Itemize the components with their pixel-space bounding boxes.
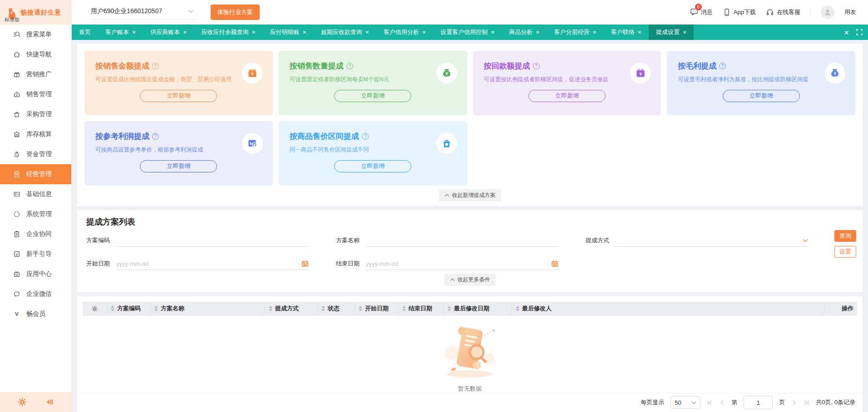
tab-overdue-ar[interactable]: 超期应收款查询 (314, 25, 376, 40)
end-date-input[interactable] (366, 260, 548, 267)
close-tab-icon[interactable] (252, 29, 255, 36)
page-number-input[interactable] (744, 396, 773, 409)
column-start-date[interactable]: 开始日期 (355, 304, 399, 313)
tab-customer-contact[interactable]: 客户联络 (604, 25, 649, 40)
sidebar-item-base-info[interactable]: A 基础信息 (0, 184, 71, 204)
sidebar-item-search-menu[interactable]: 搜索菜单 (0, 25, 71, 44)
close-tab-icon[interactable] (183, 29, 187, 36)
sort-icons[interactable] (321, 306, 325, 311)
tab-credit-analysis[interactable]: 客户信用分析 (376, 25, 433, 40)
add-now-button[interactable]: 立即新增 (140, 160, 217, 172)
avatar[interactable] (821, 5, 834, 19)
sidebar-item-beginner-guide[interactable]: 新 新手引导 (0, 244, 71, 264)
sidebar-item-purchase-mgmt[interactable]: 采购管理 (0, 104, 71, 124)
close-tab-icon[interactable] (365, 29, 369, 36)
new-badge-icon: 新 (13, 250, 21, 258)
close-tab-icon[interactable] (303, 29, 306, 36)
sort-icons[interactable] (269, 306, 272, 311)
close-tab-icon[interactable] (593, 29, 597, 36)
query-button[interactable]: 查询 (834, 230, 856, 242)
tab-credit-control[interactable]: 设置客户信用控制 (433, 25, 502, 40)
sort-icons[interactable] (154, 306, 158, 311)
close-tab-icon[interactable] (132, 29, 136, 36)
tab-customer-ledger[interactable]: 客户账本 (98, 25, 143, 40)
sort-icons[interactable] (111, 306, 114, 311)
help-icon[interactable] (362, 133, 369, 140)
close-tab-icon[interactable] (683, 29, 686, 36)
collapse-filters-button[interactable]: 收起更多条件 (444, 274, 496, 286)
calendar-icon[interactable] (551, 260, 558, 267)
help-icon[interactable] (152, 63, 159, 69)
column-commission-type[interactable]: 提成方式 (265, 304, 318, 313)
help-icon[interactable] (152, 133, 159, 140)
sidebar-item-wecom[interactable]: 企业微信 (0, 284, 71, 304)
next-page-icon[interactable] (791, 400, 797, 406)
page-size-select[interactable]: 50 (671, 396, 700, 409)
trial-plan-button[interactable]: 体验行业方案 (211, 5, 260, 20)
prev-page-icon[interactable] (719, 400, 725, 406)
sidebar-item-inventory[interactable]: 库存核算 (0, 124, 71, 144)
close-tab-icon[interactable] (491, 29, 494, 36)
close-tab-icon[interactable] (638, 29, 641, 36)
chevron-down-icon[interactable] (803, 239, 808, 242)
collapse-sidebar-icon[interactable] (44, 397, 54, 407)
plan-code-input[interactable] (116, 237, 309, 244)
sidebar-item-operations[interactable]: 经营管理 (0, 164, 71, 184)
first-page-icon[interactable] (707, 400, 713, 406)
fullscreen-icon[interactable] (856, 29, 863, 35)
tab-supplier-ledger[interactable]: 供应商账本 (143, 25, 194, 40)
tab-home[interactable]: 首页 (72, 25, 98, 40)
add-now-button[interactable]: 立即新增 (334, 90, 411, 102)
add-now-button[interactable]: 立即新增 (723, 90, 800, 102)
collapse-cards-button[interactable]: 收起新增提成方案 (439, 189, 501, 201)
column-plan-name[interactable]: 方案名称 (151, 304, 265, 313)
tab-product-analysis[interactable]: 商品分析 (502, 25, 547, 40)
sidebar-item-app-center[interactable]: 应用中心 (0, 264, 71, 284)
sidebar-item-label: 系统管理 (26, 210, 52, 218)
column-last-modified-by[interactable]: 最后修改人 (512, 304, 824, 313)
sidebar-item-quick-nav[interactable]: 快捷导航 (0, 44, 71, 64)
app-download-button[interactable]: App下载 (723, 8, 756, 16)
sidebar-item-member[interactable]: V 畅会员 (0, 304, 71, 324)
add-now-button[interactable]: 立即新增 (334, 160, 411, 172)
account-selector[interactable]: 用户690企业1660120507 (90, 5, 197, 20)
help-icon[interactable] (533, 63, 540, 69)
online-support-button[interactable]: 在线客服 (766, 8, 800, 16)
brand-logo: 畅捷通好生意 标准版 (0, 0, 72, 25)
tab-customer-tiering[interactable]: 客户分层经营 (547, 25, 604, 40)
plan-table-panel: 方案编码 方案名称 提成方式 状态 开始日期 结束日期 最后修改日期 最后修改人… (77, 296, 863, 412)
sidebar-item-marketing[interactable]: 营销推广 (0, 64, 71, 84)
add-now-button[interactable]: 立即新增 (140, 90, 217, 102)
close-tab-icon[interactable] (422, 29, 426, 36)
commission-type-select[interactable] (616, 237, 800, 244)
sort-icons[interactable] (402, 306, 406, 311)
close-all-icon[interactable] (844, 28, 849, 37)
settings-button[interactable]: 设置 (834, 246, 856, 258)
last-page-icon[interactable] (804, 400, 809, 406)
tab-commission-settings[interactable]: 提成设置 (649, 25, 694, 40)
tab-ap-detail[interactable]: 应付明细账 (263, 25, 314, 40)
add-now-button[interactable]: 立即新增 (528, 90, 606, 102)
sort-icons[interactable] (359, 306, 362, 311)
sidebar-item-label: 畅会员 (26, 310, 45, 318)
column-end-date[interactable]: 结束日期 (399, 304, 444, 313)
sort-icons[interactable] (516, 306, 519, 311)
column-settings-button[interactable] (83, 304, 107, 313)
help-icon[interactable] (346, 63, 353, 69)
plan-name-input[interactable] (366, 237, 558, 244)
messages-button[interactable]: 6 消息 (690, 8, 713, 17)
help-icon[interactable] (719, 63, 726, 69)
tab-ar-ap-balance[interactable]: 应收应付余额查询 (194, 25, 262, 40)
calendar-icon[interactable] (301, 260, 309, 267)
close-tab-icon[interactable] (536, 29, 539, 36)
sidebar-item-funds[interactable]: ¥ 资金管理 (0, 144, 71, 164)
sort-icons[interactable] (448, 306, 451, 311)
settings-gear-icon[interactable] (18, 397, 27, 407)
sidebar-item-system-mgmt[interactable]: 系统管理 (0, 204, 71, 224)
column-plan-code[interactable]: 方案编码 (107, 304, 151, 313)
start-date-input[interactable] (116, 260, 299, 267)
sidebar-item-sales-mgmt[interactable]: $ 销售管理 (0, 84, 71, 104)
column-status[interactable]: 状态 (318, 304, 355, 313)
sidebar-item-collaboration[interactable]: 企业协同 (0, 224, 71, 244)
column-last-modified-date[interactable]: 最后修改日期 (444, 304, 512, 313)
